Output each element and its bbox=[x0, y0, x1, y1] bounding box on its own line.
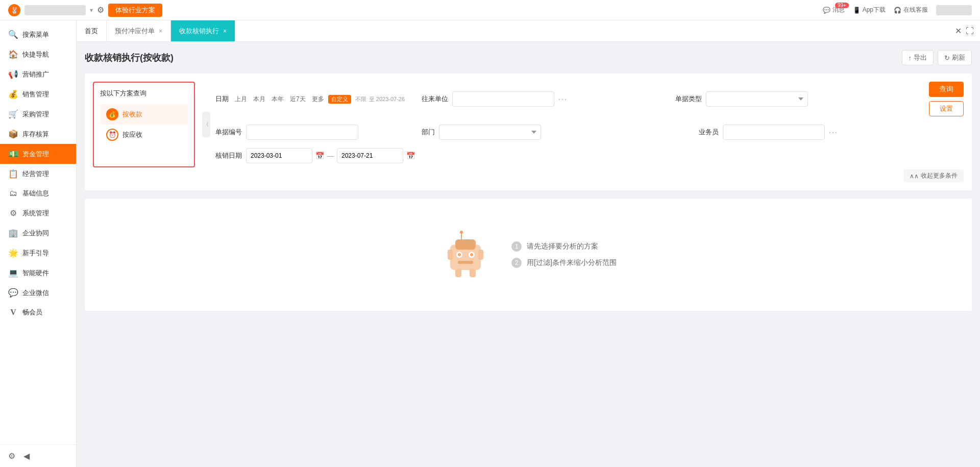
refresh-btn[interactable]: ↻ 刷新 bbox=[938, 50, 972, 65]
svg-rect-7 bbox=[448, 250, 453, 260]
sidebar-item-guide[interactable]: 🌟 新手引导 bbox=[0, 243, 76, 263]
sidebar-item-system[interactable]: ⚙ 系统管理 bbox=[0, 203, 76, 223]
verify-date-start-input[interactable] bbox=[246, 148, 312, 163]
receipt-label: 按收款 bbox=[122, 110, 142, 119]
tab-prepay[interactable]: 预付冲应付单 × bbox=[107, 20, 171, 41]
sidebar-menu: 🔍 搜索菜单 🏠 快捷导航 📢 营销推广 💰 销售管理 🛒 采购管理 📦 bbox=[0, 20, 76, 445]
sidebar-item-operation[interactable]: 📋 经营管理 bbox=[0, 164, 76, 184]
billtype-select[interactable] bbox=[706, 91, 808, 107]
tab-bar-actions: ✕ ⛶ bbox=[949, 20, 980, 41]
sidebar-item-label: 资金管理 bbox=[22, 150, 49, 159]
date-range-text: 不限 至 2023-07-26 bbox=[355, 95, 405, 103]
sidebar-item-inventory[interactable]: 📦 库存核算 bbox=[0, 124, 76, 144]
filter-fields: 日期 上月 本月 本年 近7天 更多 自定义 bbox=[211, 82, 964, 167]
sidebar-item-wechat[interactable]: 💬 企业微信 bbox=[0, 283, 76, 303]
sidebar-item-marketing[interactable]: 📢 营销推广 bbox=[0, 64, 76, 84]
sidebar-item-basic-info[interactable]: 🗂 基础信息 bbox=[0, 184, 76, 203]
date-btn-more[interactable]: 更多 bbox=[310, 94, 326, 105]
dept-select[interactable] bbox=[439, 125, 541, 140]
counterparty-more-icon[interactable]: ··· bbox=[558, 95, 568, 103]
hint1-num: 1 bbox=[511, 241, 522, 252]
filter-billtype-field: 单据类型 bbox=[675, 91, 917, 107]
sidebar-item-enterprise[interactable]: 🏢 企业协同 bbox=[0, 223, 76, 243]
refresh-label: 刷新 bbox=[952, 53, 965, 62]
date-btn-7days[interactable]: 近7天 bbox=[288, 94, 308, 105]
verify-date-end-input[interactable] bbox=[337, 148, 403, 163]
date-btn-last-month[interactable]: 上月 bbox=[233, 94, 249, 105]
sidebar-item-label: 采购管理 bbox=[22, 110, 49, 119]
industry-btn[interactable]: 体验行业方案 bbox=[108, 4, 162, 17]
setting-btn[interactable]: 设置 bbox=[929, 101, 964, 116]
sidebar-collapse-icon[interactable]: ◀ bbox=[23, 451, 30, 461]
sidebar-item-sales[interactable]: 💰 销售管理 bbox=[0, 84, 76, 104]
sidebar-item-vip[interactable]: V 畅会员 bbox=[0, 303, 76, 322]
sidebar-item-label: 销售管理 bbox=[22, 90, 49, 99]
export-label: 导出 bbox=[914, 53, 927, 62]
filter-collapse-btn[interactable]: 《 bbox=[202, 112, 210, 137]
sales-icon: 💰 bbox=[8, 89, 18, 99]
export-btn[interactable]: ↑ 导出 bbox=[902, 50, 934, 65]
billno-input[interactable] bbox=[246, 125, 358, 140]
tab-collection-close[interactable]: × bbox=[223, 28, 227, 35]
sidebar: 🔍 搜索菜单 🏠 快捷导航 📢 营销推广 💰 销售管理 🛒 采购管理 📦 bbox=[0, 20, 77, 467]
sidebar-item-label: 营销推广 bbox=[22, 70, 49, 79]
sidebar-settings-icon[interactable]: ⚙ bbox=[8, 451, 15, 461]
marketing-icon: 📢 bbox=[8, 69, 18, 79]
calendar-start-icon[interactable]: 📅 bbox=[315, 152, 324, 160]
sidebar-item-label: 库存核算 bbox=[22, 130, 49, 139]
sidebar-item-label: 畅会员 bbox=[22, 308, 42, 317]
filter-panel: 按以下方案查询 💰 按收款 ⏰ 按应收 《 bbox=[85, 73, 972, 190]
sidebar-item-label: 搜索菜单 bbox=[22, 30, 49, 39]
tab-home[interactable]: 首页 bbox=[77, 20, 107, 41]
sidebar-item-finance[interactable]: 💵 资金管理 bbox=[0, 144, 76, 164]
sidebar-item-quick-nav[interactable]: 🏠 快捷导航 bbox=[0, 44, 76, 64]
salesperson-input[interactable] bbox=[723, 125, 825, 140]
settings-icon[interactable]: ⚙ bbox=[97, 5, 104, 15]
page-title: 收款核销执行(按收款) bbox=[85, 52, 174, 64]
basic-info-icon: 🗂 bbox=[8, 189, 18, 198]
svg-rect-1 bbox=[455, 239, 476, 250]
export-icon: ↑ bbox=[909, 54, 912, 62]
tab-close-all-icon[interactable]: ✕ bbox=[955, 26, 962, 36]
query-btn[interactable]: 查询 bbox=[929, 82, 964, 97]
collapse-more-btn[interactable]: ∧∧ 收起更多条件 bbox=[903, 169, 964, 182]
sidebar-item-purchase[interactable]: 🛒 采购管理 bbox=[0, 104, 76, 124]
app-icon: 📱 bbox=[853, 7, 861, 14]
filter-salesperson-field: 业务员 ··· bbox=[699, 125, 964, 140]
page-actions: ↑ 导出 ↻ 刷新 bbox=[902, 50, 972, 65]
hardware-icon: 💻 bbox=[8, 268, 18, 278]
dept-label: 部门 bbox=[422, 128, 435, 137]
breadcrumb-chevron[interactable]: ▾ bbox=[90, 7, 93, 14]
date-btn-this-month[interactable]: 本月 bbox=[251, 94, 267, 105]
filter-panel-title: 按以下方案查询 bbox=[100, 89, 188, 98]
tab-collection[interactable]: 收款核销执行 × bbox=[171, 20, 235, 41]
empty-hint-2: 2 用[过滤]条件来缩小分析范围 bbox=[511, 258, 617, 268]
sidebar-item-hardware[interactable]: 💻 智能硬件 bbox=[0, 263, 76, 283]
svg-point-4 bbox=[458, 253, 461, 256]
filter-btn-group: 查询 设置 bbox=[929, 82, 964, 116]
hint2-num: 2 bbox=[511, 258, 522, 268]
purchase-icon: 🛒 bbox=[8, 109, 18, 119]
date-btn-this-year[interactable]: 本年 bbox=[270, 94, 286, 105]
filter-billno-field: 单据编号 bbox=[215, 125, 409, 140]
salesperson-more-icon[interactable]: ··· bbox=[829, 128, 838, 136]
calendar-end-icon[interactable]: 📅 bbox=[406, 152, 415, 160]
app-download-btn[interactable]: 📱 App下载 bbox=[853, 6, 886, 14]
notification-icon: 💬 bbox=[823, 7, 830, 14]
brand-logo: 🐰 bbox=[8, 4, 20, 16]
filter-option-receipt[interactable]: 💰 按收款 bbox=[100, 104, 188, 125]
sidebar-item-label: 企业微信 bbox=[22, 288, 49, 298]
sidebar-item-search-menu[interactable]: 🔍 搜索菜单 bbox=[0, 24, 76, 44]
online-service-btn[interactable]: 🎧 在线客服 bbox=[894, 6, 928, 14]
notification-btn[interactable]: 💬 消息 99+ bbox=[823, 6, 845, 14]
online-service-label: 在线客服 bbox=[903, 6, 928, 14]
operation-icon: 📋 bbox=[8, 169, 18, 179]
tab-expand-icon[interactable]: ⛶ bbox=[966, 27, 974, 36]
filter-dept-field: 部门 bbox=[422, 125, 687, 140]
counterparty-input[interactable] bbox=[452, 91, 554, 107]
receipt-icon: 💰 bbox=[106, 108, 118, 120]
tab-prepay-close[interactable]: × bbox=[159, 28, 162, 35]
sidebar-item-label: 智能硬件 bbox=[22, 268, 49, 278]
filter-option-payable[interactable]: ⏰ 按应收 bbox=[100, 125, 188, 145]
breadcrumb-blurred bbox=[24, 5, 86, 15]
